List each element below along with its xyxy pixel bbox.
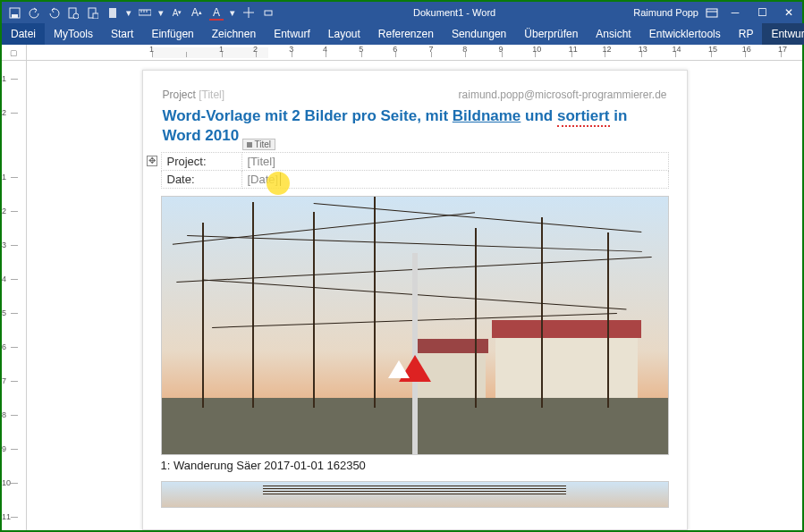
- tab-start[interactable]: Start: [102, 23, 142, 45]
- heading-part-1: Word-Vorlage mit 2 Bilder pro Seite, mit: [163, 107, 453, 124]
- inserted-image-2[interactable]: [161, 481, 669, 508]
- table-wrapper: ✥ Project: Titel [Titel] Date: [Date]: [161, 152, 669, 189]
- document-heading[interactable]: Word-Vorlage mit 2 Bilder pro Seite, mit…: [161, 104, 669, 152]
- qat-tool2-icon[interactable]: [261, 5, 275, 20]
- cell-date-value[interactable]: [Date]: [241, 171, 668, 189]
- qat-more3-icon[interactable]: ▾: [229, 5, 236, 20]
- cell-project-value[interactable]: Titel [Titel]: [241, 153, 668, 171]
- cell-project-label[interactable]: Project:: [161, 153, 241, 171]
- cell-date-label[interactable]: Date:: [161, 171, 241, 189]
- tab-rp[interactable]: RP: [730, 23, 763, 45]
- warning-sign-icon: [399, 355, 431, 382]
- heading-part-4: sortiert: [557, 107, 610, 127]
- svg-rect-5: [93, 13, 98, 19]
- work-area: 1 2 1 2 3 4 5 6 7 8 9 10 11 Project [Tit…: [2, 61, 802, 530]
- tab-entwurf[interactable]: Entwurf: [265, 23, 319, 45]
- tab-ueberpruefen[interactable]: Überprüfen: [515, 23, 587, 45]
- qat-more-icon[interactable]: ▾: [125, 5, 132, 20]
- ruler-icon[interactable]: [138, 5, 152, 20]
- window-controls: ─ ☐ ✕: [722, 4, 802, 21]
- svg-point-3: [73, 13, 79, 19]
- svg-rect-7: [139, 10, 151, 15]
- window-title: Dokument1 - Word: [275, 7, 633, 18]
- table-anchor-icon[interactable]: ✥: [147, 156, 157, 166]
- ribbon-tabs: Datei MyTools Start Einfügen Zeichnen En…: [2, 23, 802, 45]
- image-caption-1[interactable]: 1: Wanderung Säer 2017-01-01 162350: [161, 455, 669, 472]
- undo-icon[interactable]: [27, 5, 41, 20]
- header-project-placeholder: [Titel]: [199, 89, 224, 101]
- svg-rect-13: [265, 11, 272, 15]
- user-name[interactable]: Raimund Popp: [633, 7, 698, 18]
- horizontal-ruler[interactable]: 1 12 34 56 78 910 1112 1314 1516 1718 19: [27, 45, 802, 60]
- tab-layout[interactable]: Layout: [319, 23, 369, 45]
- header-project: Project [Titel]: [163, 89, 225, 101]
- table-row[interactable]: Project: Titel [Titel]: [161, 153, 668, 171]
- heading-part-2: Bildname: [453, 107, 521, 124]
- svg-rect-14: [707, 9, 717, 17]
- minimize-button[interactable]: ─: [722, 4, 749, 21]
- save-icon[interactable]: [7, 5, 21, 20]
- ruler-corner: ▢: [2, 45, 27, 60]
- table-row[interactable]: Date: [Date]: [161, 171, 668, 189]
- new-doc2-icon[interactable]: [86, 5, 100, 20]
- close-button[interactable]: ✕: [775, 4, 802, 21]
- tab-ansicht[interactable]: Ansicht: [587, 23, 639, 45]
- horizontal-ruler-row: ▢ 1 12 34 56 78 910 1112 1314 1516 1718 …: [2, 45, 802, 61]
- tab-mytools[interactable]: MyTools: [45, 23, 102, 45]
- qat-more2-icon[interactable]: ▾: [157, 5, 165, 20]
- project-table[interactable]: Project: Titel [Titel] Date: [Date]: [161, 152, 669, 189]
- quick-access-toolbar: ▾ ▾ A▾ A▴ A ▾: [2, 5, 275, 20]
- heading-part-3: und: [520, 107, 557, 124]
- maximize-button[interactable]: ☐: [749, 4, 775, 21]
- svg-rect-6: [109, 8, 116, 18]
- touch-icon[interactable]: [106, 5, 120, 20]
- inserted-image-1[interactable]: [161, 196, 669, 455]
- header-email: raimund.popp@microsoft-programmierer.de: [459, 89, 667, 101]
- tab-referenzen[interactable]: Referenzen: [369, 23, 443, 45]
- page-header: Project [Titel] raimund.popp@microsoft-p…: [161, 83, 669, 104]
- tab-entwicklertools[interactable]: Entwicklertools: [640, 23, 730, 45]
- vertical-ruler[interactable]: 1 2 1 2 3 4 5 6 7 8 9 10 11: [2, 61, 27, 530]
- new-doc-icon[interactable]: [66, 5, 80, 20]
- tab-sendungen[interactable]: Sendungen: [443, 23, 515, 45]
- tab-zeichnen[interactable]: Zeichnen: [203, 23, 265, 45]
- tab-file[interactable]: Datei: [2, 23, 45, 45]
- redo-icon[interactable]: [47, 5, 61, 20]
- font-color-icon[interactable]: A: [209, 5, 224, 20]
- title-bar: ▾ ▾ A▾ A▴ A ▾ Dokument1 - Word Raimund P…: [2, 2, 802, 23]
- context-tab-entwurf[interactable]: Entwurf: [762, 23, 804, 45]
- header-project-label: Project: [163, 89, 196, 101]
- tab-einfuegen[interactable]: Einfügen: [142, 23, 202, 45]
- qat-tool1-icon[interactable]: [241, 5, 256, 20]
- share-icon[interactable]: [706, 7, 718, 18]
- page-area[interactable]: Project [Titel] raimund.popp@microsoft-p…: [27, 61, 802, 530]
- page[interactable]: Project [Titel] raimund.popp@microsoft-p…: [142, 70, 688, 530]
- user-area: Raimund Popp: [633, 7, 722, 18]
- font-inc-icon[interactable]: A▴: [190, 5, 204, 20]
- content-control-tag[interactable]: Titel: [242, 139, 276, 150]
- svg-rect-1: [12, 14, 18, 18]
- font-dec-icon[interactable]: A▾: [170, 5, 184, 20]
